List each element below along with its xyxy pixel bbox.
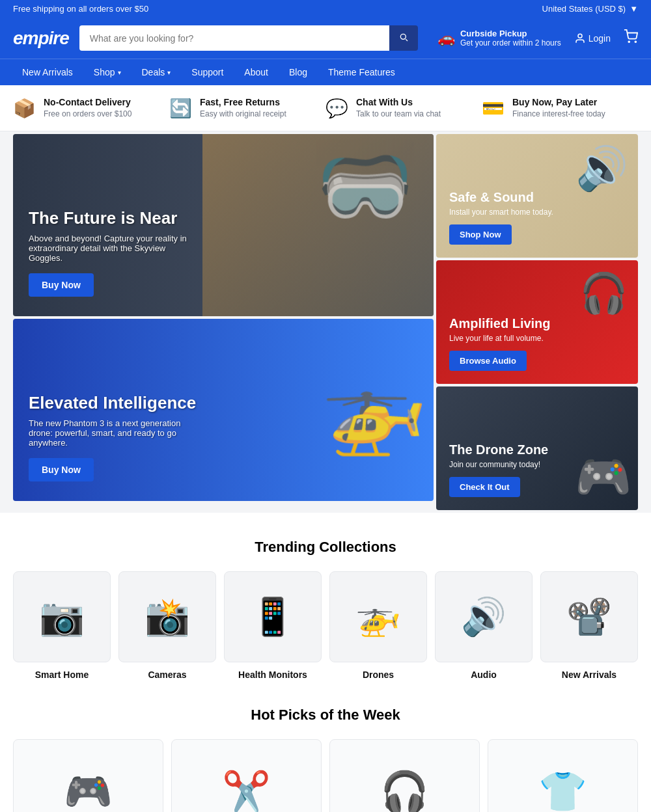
feature-pay-title: Buy Now, Pay Later <box>512 97 605 107</box>
side-smart-content: Safe & Sound Install your smart home tod… <box>449 190 553 245</box>
collection-new-arrivals-label: New Arrivals <box>562 670 616 680</box>
user-icon <box>574 33 586 44</box>
feature-pay-later: 💳 Buy Now, Pay Later Finance interest-fr… <box>482 97 638 119</box>
curbside-pickup: 🚗 Curbside Pickup Get your order within … <box>437 29 561 47</box>
collection-new-arrivals[interactable]: 📽️ New Arrivals <box>540 571 638 681</box>
headphones-icon: 🎧 <box>579 270 628 316</box>
side-banner-drone-zone: 🎮 The Drone Zone Join our community toda… <box>436 386 638 510</box>
side-drone-title: The Drone Zone <box>449 442 548 457</box>
locale-chevron-icon: ▼ <box>630 4 638 14</box>
feature-chat: 💬 Chat With Us Talk to our team via chat <box>326 97 482 119</box>
search-input[interactable] <box>79 25 389 51</box>
chevron-down-icon: ▾ <box>118 69 121 76</box>
drone-icon: 🚁 <box>322 360 427 459</box>
side-smart-title: Safe & Sound <box>449 190 553 205</box>
nav-theme-features[interactable]: Theme Features <box>319 59 404 85</box>
collection-health-monitors[interactable]: 📱 Health Monitors <box>224 571 322 681</box>
collection-smart-home-label: Smart Home <box>35 670 89 680</box>
search-button[interactable] <box>389 25 418 51</box>
hero-drone-subtitle: The new Phantom 3 is a next generation d… <box>29 418 198 448</box>
hero-drone-content: Elevated Intelligence The new Phantom 3 … <box>29 393 198 481</box>
side-audio-title: Amplified Living <box>449 316 551 331</box>
drones-collection-icon: 🚁 <box>355 595 401 638</box>
collection-health-label: Health Monitors <box>238 670 307 680</box>
curbside-sub: Get your order within 2 hours <box>460 38 561 47</box>
side-banner-smart-home: 🔊 Safe & Sound Install your smart home t… <box>436 134 638 258</box>
collection-cameras[interactable]: 📸 Cameras <box>118 571 216 681</box>
trending-section: Trending Collections 📷 Smart Home 📸 Came… <box>0 513 651 694</box>
hot-picks-section: Hot Picks of the Week 🎮 ✂️ 🎧 👕 <box>0 694 651 812</box>
nav-about[interactable]: About <box>235 59 277 85</box>
side-smart-sub: Install your smart home today. <box>449 208 553 217</box>
vr-goggles-icon: 🥽 <box>316 141 414 232</box>
chat-icon: 💬 <box>326 98 348 119</box>
cameras-collection-icon: 📸 <box>145 595 190 638</box>
header: empire 🚗 Curbside Pickup Get your order … <box>0 18 651 59</box>
nav-shop[interactable]: Shop ▾ <box>85 59 130 85</box>
hot-pick-1[interactable]: 🎮 <box>13 739 163 812</box>
side-banner-audio: 🎧 Amplified Living Live your life at ful… <box>436 260 638 384</box>
login-button[interactable]: Login <box>574 33 611 44</box>
side-audio-button[interactable]: Browse Audio <box>449 351 527 371</box>
side-audio-sub: Live your life at full volume. <box>449 334 551 343</box>
cart-button[interactable] <box>624 29 638 47</box>
side-audio-content: Amplified Living Live your life at full … <box>449 316 551 371</box>
logo[interactable]: empire <box>13 28 69 49</box>
hero-vr-content: The Future is Near Above and beyond! Cap… <box>29 208 198 297</box>
feature-pay-sub: Finance interest-free today <box>512 109 605 118</box>
hot-picks-title: Hot Picks of the Week <box>13 707 638 724</box>
search-bar <box>79 25 418 51</box>
feature-delivery: 📦 No-Contact Delivery Free on orders ove… <box>13 97 169 119</box>
collection-audio[interactable]: 🔊 Audio <box>435 571 533 681</box>
new-arrivals-collection-icon: 📽️ <box>566 595 612 638</box>
header-actions: 🚗 Curbside Pickup Get your order within … <box>437 29 638 47</box>
collection-cameras-label: Cameras <box>148 670 186 680</box>
side-drone-sub: Join our community today! <box>449 460 548 469</box>
hot-pick-1-icon: 🎮 <box>64 768 113 813</box>
car-icon: 🚗 <box>437 30 455 47</box>
side-drone-button[interactable]: Check It Out <box>449 477 520 497</box>
feature-delivery-title: No-Contact Delivery <box>44 97 132 107</box>
collection-drones-label: Drones <box>363 670 394 680</box>
feature-chat-title: Chat With Us <box>356 97 441 107</box>
side-smart-button[interactable]: Shop Now <box>449 224 512 245</box>
hot-pick-3-icon: 🎧 <box>380 768 429 813</box>
side-drone-content: The Drone Zone Join our community today!… <box>449 442 548 497</box>
free-shipping-text: Free shipping on all orders over $50 <box>13 4 148 14</box>
collection-smart-home[interactable]: 📷 Smart Home <box>13 571 111 681</box>
delivery-icon: 📦 <box>13 98 36 119</box>
collections-grid: 📷 Smart Home 📸 Cameras 📱 Health Monitors… <box>13 571 638 681</box>
main-nav: New Arrivals Shop ▾ Deals ▾ Support Abou… <box>0 59 651 85</box>
audio-collection-icon: 🔊 <box>461 595 506 638</box>
hero-section: 🥽 The Future is Near Above and beyond! C… <box>0 131 651 513</box>
hero-vr-title: The Future is Near <box>29 208 198 228</box>
trending-title: Trending Collections <box>13 539 638 556</box>
curbside-label: Curbside Pickup <box>460 29 561 38</box>
hot-pick-4[interactable]: 👕 <box>488 739 638 812</box>
collection-audio-label: Audio <box>471 670 497 680</box>
collection-drones[interactable]: 🚁 Drones <box>329 571 427 681</box>
hero-vr-subtitle: Above and beyond! Capture your reality i… <box>29 234 198 263</box>
chevron-down-icon: ▾ <box>167 69 171 76</box>
svg-point-0 <box>628 41 630 42</box>
nav-blog[interactable]: Blog <box>280 59 316 85</box>
cart-icon <box>624 29 638 44</box>
smart-home-collection-icon: 📷 <box>39 595 85 638</box>
hot-pick-3[interactable]: 🎧 <box>329 739 480 812</box>
locale-selector[interactable]: United States (USD $) ▼ <box>542 4 638 14</box>
hero-vr-buy-button[interactable]: Buy Now <box>29 273 94 297</box>
health-monitors-collection-icon: 📱 <box>250 595 296 638</box>
hero-left: 🥽 The Future is Near Above and beyond! C… <box>13 134 434 510</box>
feature-returns-sub: Easy with original receipt <box>200 109 286 118</box>
nav-deals[interactable]: Deals ▾ <box>133 59 180 85</box>
nav-support[interactable]: Support <box>182 59 232 85</box>
pay-later-icon: 💳 <box>482 98 505 119</box>
nav-new-arrivals[interactable]: New Arrivals <box>13 59 82 85</box>
hero-drone-buy-button[interactable]: Buy Now <box>29 458 94 481</box>
login-label: Login <box>589 33 611 44</box>
top-bar: Free shipping on all orders over $50 Uni… <box>0 0 651 18</box>
hot-pick-2[interactable]: ✂️ <box>171 739 322 812</box>
drone-controller-icon: 🎮 <box>575 450 631 504</box>
feature-bar: 📦 No-Contact Delivery Free on orders ove… <box>0 85 651 131</box>
hot-pick-4-icon: 👕 <box>538 768 587 813</box>
